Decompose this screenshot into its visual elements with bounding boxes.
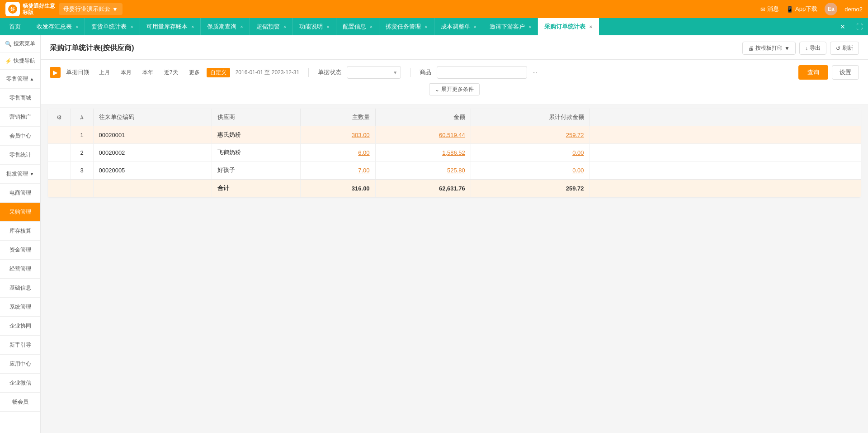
print-button[interactable]: 🖨 按模板打印 ▼ (742, 42, 796, 55)
printer-icon: 🖨 (748, 45, 754, 52)
tab-home[interactable]: 首页 (0, 18, 30, 35)
status-filter-label: 单据状态 (318, 68, 341, 76)
amount-column-header: 金额 (375, 109, 471, 126)
row-paid-amount: 0.00 (471, 144, 590, 162)
row-extra (590, 162, 861, 180)
filter-toggle-button[interactable]: ▶ (50, 67, 61, 78)
workspace-selector[interactable]: 母婴行业演示账套 ▼ (59, 3, 123, 15)
tab-purchase-summary[interactable]: 采购订单统计表 × (538, 18, 599, 35)
table-row[interactable]: 2 00020002 飞鹤奶粉 6.00 1,586.52 0.00 (48, 144, 861, 162)
expand-conditions-button[interactable]: ⌄ 展开更多条件 (429, 83, 480, 95)
avatar-text: Ea (828, 6, 835, 12)
shortcut-last-month[interactable]: 上月 (95, 67, 114, 78)
table-row[interactable]: 1 00020001 惠氏奶粉 303.00 60,519.44 259.72 (48, 126, 861, 144)
row-index: 1 (71, 126, 93, 144)
row-settings (48, 162, 71, 180)
filter-bar: ▶ 单据日期 上月 本月 本年 近7天 更多 自定义 2016-01-01 至 … (41, 60, 868, 105)
table-body: 1 00020001 惠氏奶粉 303.00 60,519.44 259.72 … (48, 126, 861, 180)
sidebar-item-retail-stats[interactable]: 零售统计 (0, 146, 40, 165)
tab-function-desc[interactable]: 功能说明 × (293, 18, 336, 35)
main-content: 采购订单统计表(按供应商) 🖨 按模板打印 ▼ ↓ 导出 ↺ 刷新 (41, 35, 868, 433)
close-icon[interactable]: × (474, 24, 476, 29)
row-supplier-name: 飞鹤奶粉 (212, 144, 301, 162)
tab-label: 要货单统计表 (91, 23, 127, 31)
top-bar-right: ✉ 消息 📱 App下载 Ea demo2 (760, 3, 863, 15)
sidebar-item-retail-mgmt[interactable]: 零售管理 ▲ (0, 70, 40, 89)
goods-search-input[interactable] (437, 66, 527, 79)
tab-order-stats[interactable]: 要货单统计表 × (85, 18, 140, 35)
tab-label: 收发存汇总表 (37, 23, 72, 31)
tab-invite-customer[interactable]: 邀请下游客户 × (483, 18, 538, 35)
close-icon[interactable]: × (283, 24, 286, 29)
tab-receive-summary[interactable]: 收发存汇总表 × (30, 18, 85, 35)
settings-icon[interactable]: ⚙ (57, 114, 62, 121)
sidebar-item-marketing[interactable]: 营销推广 (0, 108, 40, 127)
sidebar-item-enterprise-wechat[interactable]: 企业微信 (0, 374, 40, 393)
message-button[interactable]: ✉ 消息 (760, 5, 779, 13)
chevron-down-icon: ▲ (30, 76, 34, 81)
tab-cost-adjust[interactable]: 成本调整单 × (434, 18, 483, 35)
table-row[interactable]: 3 00020005 好孩子 7.00 525.80 0.00 (48, 162, 861, 180)
row-paid-amount: 0.00 (471, 162, 590, 180)
query-button[interactable]: 查询 (798, 65, 828, 80)
shortcut-this-month[interactable]: 本月 (117, 67, 136, 78)
sidebar-item-new-guide[interactable]: 新手引导 (0, 336, 40, 355)
more-options-button[interactable]: ··· (533, 69, 537, 76)
maximize-icon[interactable]: ⛶ (851, 23, 868, 30)
close-icon[interactable]: × (425, 24, 427, 29)
footer-empty2 (71, 179, 93, 197)
sidebar-item-enterprise-collab[interactable]: 企业协同 (0, 317, 40, 336)
sidebar-item-wholesale-mgmt[interactable]: 批发管理 ▼ (0, 165, 40, 184)
row-supplier-code: 00020002 (93, 144, 212, 162)
close-icon[interactable]: × (326, 24, 329, 29)
sidebar-item-ecommerce-mgmt[interactable]: 电商管理 (0, 184, 40, 203)
export-button[interactable]: ↓ 导出 (799, 42, 826, 55)
shortcut-this-year[interactable]: 本年 (138, 67, 157, 78)
settings-column-header[interactable]: ⚙ (48, 109, 71, 126)
refresh-icon: ↺ (836, 45, 840, 52)
shortcut-more[interactable]: 更多 (185, 67, 204, 78)
table-header-row: ⚙ # 往来单位编码 供应商 主数量 金额 累计付款金额 (48, 109, 861, 126)
close-icon[interactable]: × (370, 24, 373, 29)
custom-date-badge[interactable]: 自定义 (207, 68, 230, 77)
close-icon[interactable]: × (528, 24, 531, 29)
sidebar-item-system-mgmt[interactable]: 系统管理 (0, 298, 40, 317)
settings-button[interactable]: 设置 (832, 65, 859, 80)
sidebar-item-retail-mall[interactable]: 零售商城 (0, 89, 40, 108)
sidebar-item-search[interactable]: 🔍 搜索菜单 (0, 35, 40, 52)
tab-warranty[interactable]: 保质期查询 × (201, 18, 250, 35)
sidebar-item-basic-info[interactable]: 基础信息 (0, 279, 40, 298)
close-icon[interactable]: × (191, 24, 194, 29)
tab-available-stock[interactable]: 可用量库存账本 × (140, 18, 201, 35)
close-icon[interactable]: × (589, 24, 592, 29)
close-icon[interactable]: × (130, 24, 133, 29)
app-download-button[interactable]: 📱 App下载 (786, 5, 817, 13)
tab-task-mgmt[interactable]: 拣货任务管理 × (379, 18, 434, 35)
shortcut-7days[interactable]: 近7天 (160, 67, 182, 78)
row-amount: 1,586.52 (375, 144, 471, 162)
close-all-tabs-icon[interactable]: ✕ (835, 23, 851, 30)
close-icon[interactable]: × (240, 24, 243, 29)
refresh-button[interactable]: ↺ 刷新 (830, 42, 859, 55)
tab-overstock[interactable]: 超储预警 × (250, 18, 293, 35)
workspace-dropdown-icon: ▼ (112, 6, 118, 13)
sidebar-item-quick-nav[interactable]: ⚡ 快捷导航 (0, 52, 40, 70)
nav-tab-actions: ✕ ⛶ (835, 23, 868, 30)
tab-config-info[interactable]: 配置信息 × (336, 18, 379, 35)
sidebar-item-purchase-mgmt[interactable]: 采购管理 (0, 203, 40, 222)
supplier-name-column-header: 供应商 (212, 109, 301, 126)
sidebar-item-member[interactable]: 畅会员 (0, 393, 40, 412)
export-icon: ↓ (805, 45, 808, 52)
user-avatar[interactable]: Ea (825, 3, 837, 15)
sidebar-item-operations-mgmt[interactable]: 经营管理 (0, 260, 40, 279)
sidebar: 🔍 搜索菜单 ⚡ 快捷导航 零售管理 ▲ 零售商城 营销推广 会员中心 零售统计… (0, 35, 41, 433)
logo-area: 好 畅捷通好生意 标版 (5, 2, 55, 16)
sidebar-item-app-center[interactable]: 应用中心 (0, 355, 40, 374)
close-icon[interactable]: × (75, 24, 78, 29)
status-select[interactable] (347, 66, 401, 79)
page-header: 采购订单统计表(按供应商) 🖨 按模板打印 ▼ ↓ 导出 ↺ 刷新 (41, 35, 868, 60)
sidebar-item-finance-mgmt[interactable]: 资金管理 (0, 241, 40, 260)
sidebar-item-inventory-check[interactable]: 库存核算 (0, 222, 40, 241)
tab-label: 邀请下游客户 (490, 23, 525, 31)
sidebar-item-member-center[interactable]: 会员中心 (0, 127, 40, 146)
